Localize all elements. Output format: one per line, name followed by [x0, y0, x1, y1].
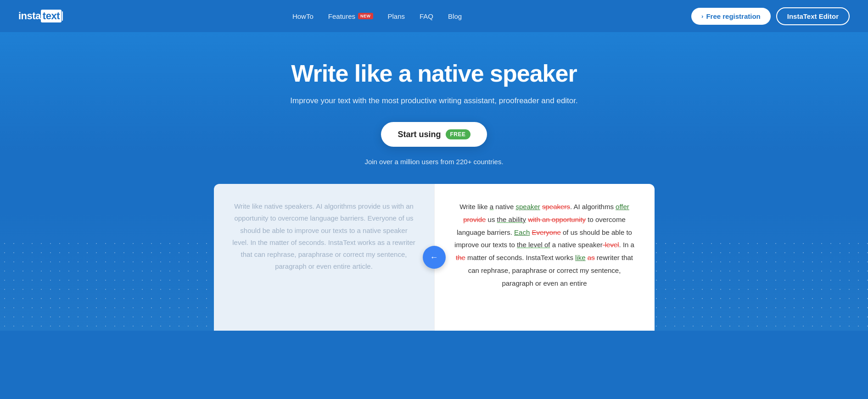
- switch-arrow-button[interactable]: ←: [423, 246, 446, 269]
- del-as: as: [588, 254, 595, 261]
- nav-blog[interactable]: Blog: [448, 12, 462, 20]
- demo-wrapper: Write like native speakers. AI algorithm…: [9, 184, 859, 331]
- demo-card-improved: Write like a native speaker speakers. AI…: [434, 184, 655, 331]
- main-nav: HowTo Features NEW Plans FAQ Blog: [292, 12, 462, 20]
- start-using-label: Start using: [398, 130, 441, 139]
- hero-subtitle: Improve your text with the most producti…: [9, 96, 859, 105]
- demo-card-original: Write like native speakers. AI algorithm…: [214, 184, 434, 331]
- ins-like: like: [575, 254, 586, 261]
- start-using-button[interactable]: Start using FREE: [381, 122, 487, 147]
- hero-section: Write like a native speaker Improve your…: [0, 32, 868, 331]
- nav-howto[interactable]: HowTo: [292, 12, 314, 20]
- free-reg-label: Free registration: [706, 12, 760, 20]
- nav-plans[interactable]: Plans: [388, 12, 405, 20]
- del-the: the: [456, 254, 465, 261]
- del-level: -level: [603, 241, 619, 249]
- free-registration-button[interactable]: › Free registration: [691, 8, 771, 25]
- logo-text: text: [41, 10, 62, 22]
- join-text: Join over a million users from 220+ coun…: [9, 158, 859, 166]
- del-with-an-opportunity: with an opportunity: [528, 216, 586, 223]
- ins-offer: offer: [616, 203, 629, 211]
- nav-faq[interactable]: FAQ: [420, 12, 433, 20]
- logo-cursor: [62, 11, 63, 21]
- instatext-editor-button[interactable]: InstaText Editor: [776, 7, 850, 25]
- logo[interactable]: instatext: [18, 10, 63, 22]
- logo-insta: insta: [18, 10, 41, 22]
- original-text: Write like native speakers. AI algorithm…: [232, 200, 416, 273]
- ins-each: Each: [514, 228, 530, 236]
- header-actions: › Free registration InstaText Editor: [691, 7, 850, 25]
- features-new-badge: NEW: [358, 13, 373, 19]
- del-speakers: speakers: [542, 203, 570, 211]
- ins-speaker: speaker: [515, 203, 540, 211]
- ins-a: a: [490, 203, 493, 211]
- chevron-icon: ›: [701, 13, 703, 20]
- free-badge: FREE: [446, 129, 470, 139]
- arrow-icon: ←: [430, 253, 438, 262]
- del-everyone: Everyone: [532, 228, 560, 236]
- hero-title: Write like a native speaker: [9, 60, 859, 87]
- ins-the-level-of: the level of: [517, 241, 550, 249]
- improved-text: Write like a native speaker speakers. AI…: [453, 200, 636, 289]
- ins-the-ability: the ability: [497, 216, 526, 223]
- site-header: instatext HowTo Features NEW Plans FAQ B…: [0, 0, 868, 32]
- del-provide: provide: [463, 216, 486, 223]
- nav-features[interactable]: Features NEW: [328, 12, 373, 20]
